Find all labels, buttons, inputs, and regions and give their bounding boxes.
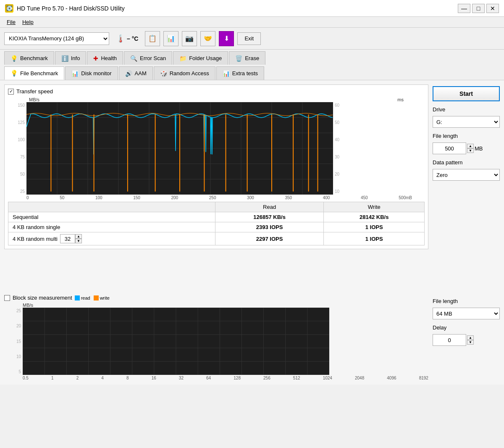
tab-error-scan[interactable]: 🔍 Error Scan <box>124 51 172 65</box>
spinner-up[interactable]: ▲ <box>75 234 82 239</box>
temperature-display: 🌡️ – °C <box>113 32 142 45</box>
file-length-row: ▲ ▼ MB <box>433 142 500 154</box>
tabs-row-1: 💡 Benchmark ℹ️ Info ✚ Health 🔍 Error Sca… <box>0 50 504 65</box>
minimize-button[interactable]: — <box>458 4 470 13</box>
tab-erase-label: Erase <box>245 55 259 61</box>
x-axis-labels: 0 50 100 150 200 250 300 350 400 450 500… <box>26 195 412 200</box>
spinner-buttons: ▲ ▼ <box>75 234 82 243</box>
thermometer-icon: 🌡️ <box>116 34 125 43</box>
tab-random-access[interactable]: 🎲 Random Access <box>154 66 215 80</box>
start-button[interactable]: Start <box>433 86 500 101</box>
row-random-single-read: 2393 IOPS <box>215 222 324 232</box>
tabs-row-2: 💡 File Benchmark 📊 Disk monitor 🔊 AAM 🎲 … <box>0 65 504 80</box>
file-length-label: File length <box>433 133 500 139</box>
delay-input[interactable] <box>433 334 466 346</box>
file-length-up[interactable]: ▲ <box>467 144 474 148</box>
row-random-multi-write: 1 IOPS <box>324 232 425 245</box>
menu-bar: File Help <box>0 17 504 28</box>
window-title: HD Tune Pro 5.70 - Hard Disk/SSD Utility <box>17 5 125 12</box>
close-button[interactable]: ✕ <box>486 4 499 13</box>
main-chart-canvas <box>26 102 333 195</box>
chart-legend: read write <box>75 295 110 300</box>
transfer-speed-section: Transfer speed MB/s ms 150 125 100 75 50 <box>4 84 428 249</box>
delay-spinners: ▲ ▼ <box>467 335 474 345</box>
drive-dropdown[interactable]: KIOXIA TransMemory (124 gB) <box>4 32 109 45</box>
drive-select[interactable]: G: <box>433 116 500 128</box>
multi-row-container: 4 KB random multi ▲ ▼ <box>13 234 211 243</box>
benchmark-icon: 💡 <box>10 55 18 62</box>
block-size-checkbox[interactable] <box>4 295 10 301</box>
tab-benchmark[interactable]: 💡 Benchmark <box>4 51 54 65</box>
right-panel-top: Start Drive G: File length ▲ ▼ MB Data p… <box>433 84 500 286</box>
tab-info-label: Info <box>71 55 80 61</box>
block-mbs-label: MB/s <box>23 303 33 308</box>
file-length-down[interactable]: ▼ <box>467 148 474 153</box>
file-length-unit: MB <box>475 145 483 152</box>
random-access-icon: 🎲 <box>160 70 167 77</box>
camera-btn[interactable]: 📷 <box>182 31 197 46</box>
app-icon: 💽 <box>5 4 13 13</box>
legend-read-color <box>75 295 80 300</box>
block-chart-canvas <box>23 308 329 375</box>
bottom-file-length-select[interactable]: 64 MB <box>433 308 500 319</box>
table-row: 4 KB random multi ▲ ▼ 2297 IO <box>8 232 425 245</box>
tab-disk-monitor-label: Disk monitor <box>81 70 111 76</box>
row-random-single-write: 1 IOPS <box>324 222 425 232</box>
col-write: Write <box>324 202 425 212</box>
tab-erase[interactable]: 🗑️ Erase <box>229 51 265 65</box>
extra-tests-icon: 📊 <box>223 70 230 77</box>
block-size-label: Block size measurement <box>13 295 72 301</box>
legend-read-label: read <box>81 295 90 300</box>
delay-row: ▲ ▼ <box>433 334 500 346</box>
results-table: Read Write Sequential 126857 KB/s 28142 … <box>8 202 425 245</box>
left-panel: Transfer speed MB/s ms 150 125 100 75 50 <box>4 84 428 286</box>
delay-label: Delay <box>433 324 500 331</box>
tab-file-benchmark[interactable]: 💡 File Benchmark <box>4 66 64 80</box>
queue-depth-spinner[interactable]: ▲ ▼ <box>60 234 82 243</box>
tab-folder-usage-label: Folder Usage <box>189 55 222 61</box>
title-bar-left: 💽 HD Tune Pro 5.70 - Hard Disk/SSD Utili… <box>5 4 125 13</box>
spinner-down[interactable]: ▼ <box>75 239 82 243</box>
hands-btn[interactable]: 🤝 <box>200 31 215 46</box>
maximize-button[interactable]: □ <box>472 4 485 13</box>
menu-help[interactable]: Help <box>19 18 37 26</box>
data-pattern-label: Data pattern <box>433 159 500 166</box>
tab-disk-monitor[interactable]: 📊 Disk monitor <box>65 66 118 80</box>
transfer-speed-header: Transfer speed <box>8 88 425 95</box>
tab-file-benchmark-label: File Benchmark <box>20 70 58 76</box>
aam-icon: 🔊 <box>125 70 132 77</box>
data-pattern-select[interactable]: Zero <box>433 169 500 181</box>
menu-file[interactable]: File <box>3 18 19 26</box>
row-random-multi-read: 2297 IOPS <box>215 232 324 245</box>
table-row: Sequential 126857 KB/s 28142 KB/s <box>8 212 425 222</box>
row-sequential-label: Sequential <box>8 212 215 222</box>
delay-down[interactable]: ▼ <box>467 340 474 345</box>
transfer-speed-checkbox[interactable] <box>8 89 14 95</box>
ms-label: ms <box>397 97 404 102</box>
erase-icon: 🗑️ <box>235 55 242 62</box>
y-left-labels: 150 125 100 75 50 25 <box>8 102 26 195</box>
delay-up[interactable]: ▲ <box>467 335 474 340</box>
chart-with-labels: 150 125 100 75 50 25 60 50 40 30 <box>8 102 425 195</box>
queue-depth-input[interactable] <box>60 234 75 243</box>
y-right-labels: 60 50 40 30 20 10 <box>333 102 346 195</box>
file-length-input[interactable] <box>433 142 466 154</box>
tab-health[interactable]: ✚ Health <box>87 51 123 65</box>
health-btn[interactable]: 📊 <box>163 31 178 46</box>
tab-health-label: Health <box>101 55 117 61</box>
tab-folder-usage[interactable]: 📁 Folder Usage <box>173 51 228 65</box>
right-panel-bottom: File length 64 MB Delay ▲ ▼ <box>433 295 500 380</box>
tab-extra-tests[interactable]: 📊 Extra tests <box>216 66 264 80</box>
row-random-multi-label: 4 KB random multi ▲ ▼ <box>8 232 215 245</box>
tab-aam-label: AAM <box>135 70 147 76</box>
title-bar: 💽 HD Tune Pro 5.70 - Hard Disk/SSD Utili… <box>0 0 504 17</box>
download-btn[interactable]: ⬇ <box>219 31 234 46</box>
tab-aam[interactable]: 🔊 AAM <box>119 66 153 80</box>
info-btn[interactable]: 📋 <box>145 31 160 46</box>
tab-error-scan-label: Error Scan <box>140 55 166 61</box>
exit-button[interactable]: Exit <box>237 32 261 45</box>
temperature-value: – °C <box>127 35 138 42</box>
col-read: Read <box>215 202 324 212</box>
toolbar: KIOXIA TransMemory (124 gB) 🌡️ – °C 📋 📊 … <box>0 28 504 50</box>
tab-info[interactable]: ℹ️ Info <box>55 51 87 65</box>
